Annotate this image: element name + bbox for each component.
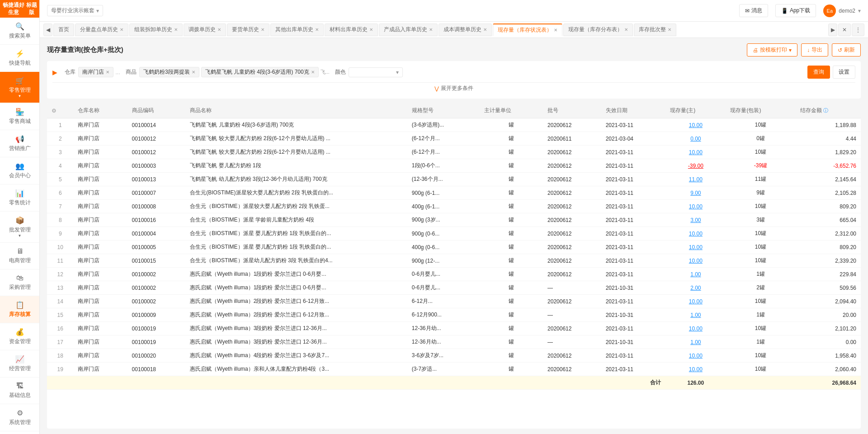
warehouse-tag-0[interactable]: 南岸门店 ✕ (78, 67, 113, 77)
tab-fen_pan[interactable]: 分量盘点单历史✕ (75, 24, 128, 36)
row-qty-main-4[interactable]: 11.00 (665, 173, 726, 186)
tab-chan_pin_ru[interactable]: 产成品入库单历史✕ (379, 24, 438, 36)
filter-toggle-icon[interactable]: ▶ (52, 69, 57, 76)
row-qty-main-3[interactable]: -39.00 (665, 159, 726, 173)
tab-close-5[interactable]: ✕ (315, 27, 319, 32)
tab-cai_liao_chu[interactable]: 材料出库单历史✕ (325, 24, 378, 36)
tab-zu_chai[interactable]: 组装拆卸单历史✕ (129, 24, 183, 36)
product-tag-close-1[interactable]: ✕ (311, 70, 315, 75)
tab-close-8[interactable]: ✕ (483, 27, 487, 32)
row-spec-12: 0-6月婴儿... (407, 281, 480, 295)
tab-yao_huo[interactable]: 要货单历史✕ (227, 24, 269, 36)
sidebar-item-2[interactable]: 🛒零售管理▼ (0, 72, 39, 103)
col-header-4: 规格型号 (407, 103, 480, 118)
refresh-btn[interactable]: ↺ 刷新 (832, 43, 861, 57)
user-profile[interactable]: Ea demo2 ▾ (823, 5, 861, 17)
tab-xian_cun_fen[interactable]: 现存量（库存分布表）✕ (563, 24, 633, 36)
sidebar-item-8[interactable]: 🖥电商管理 (0, 243, 39, 269)
row-qty-main-9[interactable]: 10.00 (665, 241, 726, 254)
msg-btn[interactable]: ✉ 消息 (739, 4, 768, 17)
settings-col-icon[interactable]: ⚙ (52, 108, 57, 114)
print-btn[interactable]: 🖨 按模板打印 ▾ (747, 43, 797, 57)
tab-cheng_ben[interactable]: 成本调整单历史✕ (439, 24, 492, 36)
row-qty-main-12[interactable]: 2.00 (665, 281, 726, 295)
row-qty-main-7[interactable]: 3.00 (665, 213, 726, 227)
row-qty-main-18[interactable]: 10.00 (665, 363, 726, 376)
tab-close-10[interactable]: ✕ (624, 27, 628, 32)
row-qty-main-10[interactable]: 10.00 (665, 254, 726, 268)
row-name-17: 惠氏启赋（Wyeth illuma）4段奶粉 爱尔兰进口 3-6岁及7... (185, 349, 407, 363)
query-btn[interactable]: 查询 (807, 66, 830, 79)
row-balance-14: 20.00 (796, 308, 861, 322)
row-qty-main-15[interactable]: 10.00 (665, 322, 726, 335)
tab-close-all[interactable]: ✕ (838, 24, 851, 36)
warehouse-tag-close-0[interactable]: ✕ (106, 70, 109, 75)
settings-btn[interactable]: 设置 (833, 66, 855, 79)
sidebar-item-5[interactable]: 👥会员中心 (0, 157, 39, 184)
sidebar-item-7[interactable]: 📦批发管理▼ (0, 212, 39, 243)
sidebar-item-10[interactable]: 📋库存核算 (0, 296, 39, 323)
tab-ku_pi[interactable]: 库存批次整✕ (634, 24, 676, 36)
sidebar-item-6[interactable]: 📊零售统计 (0, 184, 39, 212)
sidebar-item-0[interactable]: 🔍搜索英单 (0, 18, 39, 45)
row-qty-main-11[interactable]: 1.00 (665, 268, 726, 281)
app-dl-btn[interactable]: 📱 App下载 (775, 4, 816, 17)
sidebar-item-12[interactable]: 📈经营管理 (0, 350, 39, 377)
col-header-1: 仓库名称 (73, 103, 127, 118)
tab-close-11[interactable]: ✕ (668, 27, 671, 32)
product-tag-close-0[interactable]: ✕ (192, 70, 195, 75)
tab-xian_cun_zhuang[interactable]: 现存量（库存状况表）✕ (493, 24, 562, 36)
row-qty-main-8[interactable]: 10.00 (665, 227, 726, 241)
tab-close-6[interactable]: ✕ (369, 27, 373, 32)
tab-menu[interactable]: ⋮ (852, 24, 864, 36)
product-tag-1[interactable]: 飞鹤星飞帆 儿童奶粉 4段(3-6岁适用) 700克 ✕ (201, 67, 319, 77)
color-select[interactable]: ▾ (349, 67, 403, 77)
tab-close-7[interactable]: ✕ (429, 27, 433, 32)
tab-close-1[interactable]: ✕ (120, 27, 123, 32)
sidebar-label-4: 营销推广 (9, 145, 31, 152)
row-name-0: 飞鹤星飞帆 儿童奶粉 4段(3-6岁适用) 700克 (185, 118, 407, 132)
expand-conditions-btn[interactable]: ⋁ 展开更多条件 (52, 82, 855, 94)
sidebar-item-13[interactable]: 🏗基础信息 (0, 377, 39, 404)
row-qty-main-13[interactable]: 10.00 (665, 295, 726, 308)
tab-scroll-left[interactable]: ◀ (43, 24, 52, 36)
row-qty-main-5[interactable]: 9.00 (665, 186, 726, 200)
sidebar-item-3[interactable]: 🏪零售商城 (0, 103, 39, 130)
tab-close-4[interactable]: ✕ (261, 27, 264, 32)
export-btn[interactable]: ↓ 导出 (801, 43, 828, 57)
row-qty-main-2[interactable]: 10.00 (665, 146, 726, 159)
sidebar-item-14[interactable]: ⚙系统管理 (0, 404, 39, 431)
table-row: 15 南岸门店 00100009 惠氏启赋（Wyeth illuma）2段奶粉 … (47, 308, 861, 322)
sidebar-item-9[interactable]: 🛍采购管理 (0, 269, 39, 296)
row-unit-18: 罐 (480, 363, 543, 376)
tab-tiao_bo[interactable]: 调拨单历史✕ (184, 24, 226, 36)
tab-close-9[interactable]: ✕ (554, 28, 557, 33)
warehouse-more[interactable]: … (115, 70, 120, 75)
row-qty-main-16[interactable]: 1.00 (665, 335, 726, 349)
sidebar-item-15[interactable]: 🤝企业协同 (0, 431, 39, 434)
row-unit-8: 罐 (480, 227, 543, 241)
product-tag-0[interactable]: 飞鹤奶粉3段两提装 ✕ (139, 67, 199, 77)
tab-scroll-right[interactable]: ▶ (828, 24, 837, 36)
tab-home[interactable]: 首页 (53, 24, 74, 36)
filter-area: ▶ 仓库 南岸门店 ✕ … 商品 飞鹤奶粉3段两提装 (47, 61, 861, 99)
row-qty-main-6[interactable]: 10.00 (665, 200, 726, 213)
row-qty-main-14[interactable]: 1.00 (665, 308, 726, 322)
row-code-3: 00100003 (127, 159, 186, 173)
row-qty-main-17[interactable]: 10.00 (665, 349, 726, 363)
row-qty-main-1[interactable]: 0.00 (665, 132, 726, 146)
account-selector[interactable]: 母婴行业演示账套 ▾ (47, 5, 103, 16)
tab-close-2[interactable]: ✕ (174, 27, 178, 32)
tab-close-3[interactable]: ✕ (217, 27, 221, 32)
sidebar-item-1[interactable]: ⚡快捷导航 (0, 45, 39, 72)
sidebar-icon-7: 📦 (15, 216, 24, 225)
warehouse-tags: 南岸门店 ✕ … (78, 67, 120, 77)
row-qty-main-0[interactable]: 10.00 (665, 118, 726, 132)
tab-qi_ta_chu[interactable]: 其他出库单历史✕ (270, 24, 324, 36)
row-name-10: 合生元（BIOSTIME）派星幼儿配方奶粉 3段 乳铁蛋白的4... (185, 254, 407, 268)
sidebar-item-11[interactable]: 💰资金管理 (0, 323, 39, 350)
product-more[interactable]: 飞... (321, 69, 330, 75)
sidebar-item-4[interactable]: 📢营销推广 (0, 130, 39, 157)
row-qty-pkg-0: 10罐 (726, 118, 795, 132)
row-balance-18: 2,060.40 (796, 363, 861, 376)
